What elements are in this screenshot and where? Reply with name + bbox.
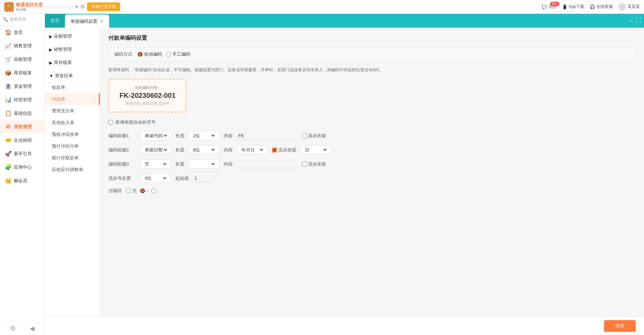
sidebar-item-corp[interactable]: 🤝 企业协同 <box>0 133 45 147</box>
apps-icon: 🧩 <box>5 164 11 170</box>
sub-sidebar: ▶ 采购管理 ▶ 销售管理 ▶ 库存核算 ▼ 资金往来 <box>45 28 100 335</box>
prefix3-select[interactable]: 空 <box>140 159 171 169</box>
search-icon: 🔍 <box>3 17 8 22</box>
prefix2-length-input[interactable]: 8位 <box>192 147 216 153</box>
preview-code: FK-20230602-001 <box>119 92 175 100</box>
sidebar-item-purchase[interactable]: 🛒 采购管理 <box>0 53 45 66</box>
serial-length-select[interactable]: 3位 <box>140 174 171 183</box>
prefix1-length-select[interactable]: 2位 <box>189 131 220 140</box>
prefix2-content-input[interactable]: 年月日 <box>240 147 264 153</box>
sidebar-item-finance[interactable]: 🏦 资金管理 <box>0 80 45 93</box>
prefix3-serial-checkbox[interactable] <box>302 162 307 167</box>
sub-item-ar-ap-adjust[interactable]: 应收应付调整单 <box>45 164 100 176</box>
sub-group-inventory: ▶ 库存核算 <box>45 57 100 68</box>
search-label: 搜索菜单 <box>10 17 26 22</box>
sub-item-payment[interactable]: 付款单 <box>45 93 100 105</box>
sub-item-prepay-payable[interactable]: 预付冲应付单 <box>45 140 100 152</box>
prefix1-serial-checkbox[interactable] <box>302 133 307 138</box>
tab-maximize-button[interactable]: ⛶ <box>636 18 641 24</box>
sep-dash-radio[interactable]: - <box>140 188 148 194</box>
manual-code-input[interactable] <box>166 52 171 57</box>
sub-header-capital[interactable]: ▼ 资金往来 <box>45 70 100 82</box>
settings-icon[interactable]: ⚙ <box>80 3 85 10</box>
sep-dot-radio[interactable]: . <box>151 188 159 194</box>
prefix1-select[interactable]: 单据代码 <box>140 131 171 140</box>
prefix2-unit-input[interactable]: 日 <box>304 147 328 153</box>
auto-code-input[interactable] <box>138 52 143 57</box>
prefix2-row: 编码前缀2 单据日期 长度 8位 内容 年月日 <box>108 145 636 155</box>
serial-length-input[interactable]: 3位 <box>143 175 167 181</box>
sub-item-expense[interactable]: 费用支出单 <box>45 105 100 117</box>
sidebar-item-member[interactable]: 👑 畅会员 <box>0 174 45 187</box>
manual-code-radio[interactable]: 手工编码 <box>166 51 190 57</box>
sub-item-prepay-receivable[interactable]: 预收冲应收单 <box>45 129 100 140</box>
sidebar-collapse-icon[interactable]: ◀ <box>30 325 35 332</box>
prefix1-length-input[interactable]: 2位 <box>192 133 216 139</box>
user-selector[interactable] <box>46 6 73 8</box>
tab-close-button[interactable]: ✕ <box>100 19 104 24</box>
sub-item-other-income[interactable]: 其他收入单 <box>45 117 100 129</box>
prefix2-length-select[interactable]: 8位 <box>189 145 220 155</box>
serial-length-row: 流水号长度 3位 起始值 <box>108 174 636 183</box>
sidebar-item-apps[interactable]: 🧩 应用中心 <box>0 160 45 174</box>
prefix3-length-select[interactable] <box>189 159 220 169</box>
prefix3-content-input[interactable] <box>237 160 298 168</box>
sub-header-purchase[interactable]: ▶ 采购管理 <box>45 30 100 42</box>
sidebar-settings-icon[interactable]: ⚙ <box>10 325 16 332</box>
sidebar-operations-label: 经营管理 <box>14 97 32 103</box>
save-button[interactable]: 保存 <box>604 320 636 332</box>
sidebar-item-system[interactable]: ⚙ 系统管理 <box>0 120 45 133</box>
tab-minimize-button[interactable]: – <box>630 18 633 24</box>
sidebar-item-basic[interactable]: 📋 基础信息 <box>0 106 45 120</box>
sidebar-inventory-label: 库存核算 <box>14 70 32 76</box>
sidebar-search[interactable]: 🔍 搜索菜单 <box>0 14 45 26</box>
online-service-button[interactable]: 🎧 在线客服 <box>590 4 613 10</box>
sub-group-capital: ▼ 资金往来 收款单 付款单 费用支出单 其他收入单 预收冲应收单 预付冲应付单… <box>45 70 100 176</box>
sep-none-radio[interactable]: 无 <box>126 188 137 194</box>
auto-fill-checkbox[interactable] <box>108 120 113 125</box>
sidebar-purchase-label: 采购管理 <box>14 56 32 63</box>
dropdown-icon[interactable]: ▾ <box>75 3 78 10</box>
sidebar-item-guide[interactable]: 🚀 新手引导 <box>0 147 45 160</box>
promo-button[interactable]: 体验行业方案 <box>87 2 120 11</box>
prefix2-select-input[interactable]: 单据日期 <box>143 147 168 153</box>
main-content: ▶ 采购管理 ▶ 销售管理 ▶ 库存核算 ▼ 资金往来 <box>45 28 644 335</box>
sub-item-bank-deposit[interactable]: 银行存取款单 <box>45 152 100 164</box>
sep-none-input[interactable] <box>126 188 131 193</box>
sidebar-item-inventory[interactable]: 📦 库存核算 <box>0 66 45 80</box>
prefix1-serial-check[interactable]: 流水依据 <box>302 133 326 139</box>
sub-header-inventory[interactable]: ▶ 库存核算 <box>45 57 100 68</box>
sep-dot-input[interactable] <box>151 188 156 193</box>
inventory-chevron-icon: ▶ <box>49 60 52 65</box>
prefix2-serial-check[interactable]: 流水依据 <box>272 147 296 153</box>
prefix3-serial-check[interactable]: 流水依据 <box>302 161 326 167</box>
prefix3-select-input[interactable]: 空 <box>143 161 167 167</box>
sub-item-receipt[interactable]: 收款单 <box>45 82 100 93</box>
app-download-button[interactable]: 📱 App下载 <box>562 4 584 10</box>
prefix1-content-input[interactable] <box>237 132 298 140</box>
prefix1-select-input[interactable]: 单据代码 <box>143 133 168 139</box>
tab-home[interactable]: 首页 <box>45 14 65 28</box>
sidebar-item-operations[interactable]: 📊 经营管理 <box>0 93 45 106</box>
prefix2-unit-select[interactable]: 日 <box>300 145 331 155</box>
sep-dot-label: . <box>157 188 159 194</box>
sub-header-sales[interactable]: ▶ 销售管理 <box>45 44 100 55</box>
corp-icon: 🤝 <box>5 137 11 143</box>
manual-code-label: 手工编码 <box>172 51 190 57</box>
sidebar-item-home[interactable]: 🏠 首页 <box>0 26 45 39</box>
user-info[interactable]: 某某某 <box>618 3 640 11</box>
message-button[interactable]: 💬 消息 99+ <box>542 4 557 10</box>
tab-code-setting[interactable]: 单据编码设置 ✕ <box>65 15 109 28</box>
sep-dash-input[interactable] <box>140 188 145 193</box>
prefix2-serial-checkbox[interactable] <box>272 148 277 152</box>
page-title: 付款单编码设置 <box>108 35 636 42</box>
user-avatar <box>618 3 626 11</box>
prefix2-content-select[interactable]: 年月日 <box>237 145 268 155</box>
sidebar-item-sales[interactable]: 📈 销售管理 <box>0 39 45 53</box>
sub-header-inventory-label: 库存核算 <box>54 59 72 66</box>
serial-start-input[interactable] <box>193 174 214 183</box>
prefix3-length-input[interactable] <box>192 161 216 167</box>
prefix2-select[interactable]: 单据日期 <box>140 145 171 155</box>
purchase-chevron-icon: ▶ <box>49 34 52 39</box>
auto-code-radio[interactable]: 自动编码 <box>138 51 162 57</box>
